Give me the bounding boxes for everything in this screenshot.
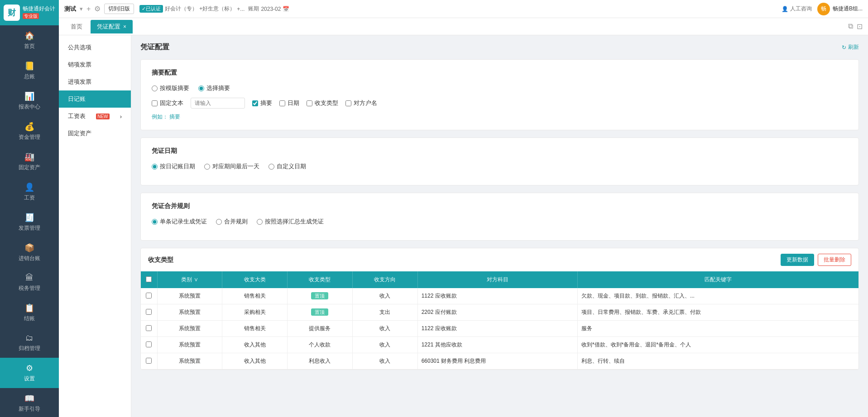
consult-button[interactable]: 👤 人工咨询 <box>782 5 812 13</box>
sidebar-icon: 👤 <box>24 182 34 192</box>
summary-radio-template[interactable]: 按模版摘要 <box>152 84 189 92</box>
summary-section: 摘要配置 按模版摘要 选择摘要 固定文本 <box>140 59 859 130</box>
top-badge[interactable]: 置顶 <box>311 292 328 299</box>
logo-sub: 专业版 <box>23 13 39 19</box>
row-subject: 1122 应收账款 <box>417 288 577 304</box>
row-direction: 收入 <box>352 321 417 337</box>
row-checkbox[interactable] <box>141 353 157 370</box>
table-row: 系统预置 销售相关 置顶 收入 1122 应收账款 欠款、现金、项目款、到款、报… <box>141 288 858 304</box>
top-badge[interactable]: 置顶 <box>311 308 328 316</box>
checkbox-counterpart[interactable]: 对方户名 <box>345 99 377 107</box>
topbar-settings-icon[interactable]: ⚙ <box>94 5 101 13</box>
merge-rule-title: 凭证合并规则 <box>152 202 848 210</box>
fixed-text-input[interactable] <box>191 98 245 109</box>
merge-radio-summary[interactable]: 按照选择汇总生成凭证 <box>257 218 324 226</box>
sidebar-item-报表中心[interactable]: 📊报表中心 <box>0 86 59 116</box>
row-checkbox[interactable] <box>141 321 157 337</box>
left-nav-label: 固定资产 <box>68 129 91 137</box>
row-direction: 收入 <box>352 288 417 304</box>
sidebar-icon: 🧾 <box>24 213 34 223</box>
user-menu[interactable]: 畅 畅捷通B组... <box>817 3 863 15</box>
col-select-all[interactable] <box>141 271 157 288</box>
page-title: 凭证配置 <box>140 43 169 52</box>
sidebar-icon: 🏛 <box>25 273 34 283</box>
left-nav-item-固定资产[interactable]: 固定资产 <box>59 125 131 142</box>
row-category: 系统预置 <box>157 321 222 337</box>
topbar-dropdown-arrow[interactable]: ▾ <box>80 5 83 12</box>
checkbox-date[interactable]: 日期 <box>279 99 299 107</box>
sidebar-item-设置[interactable]: ⚙设置 <box>0 358 59 388</box>
row-sub-type: 置顶 <box>288 304 353 321</box>
row-keywords: 服务 <box>577 321 858 337</box>
left-nav-item-工资表[interactable]: 工资表NEW› <box>59 108 131 125</box>
refresh-button[interactable]: ↻ 刷新 <box>842 43 859 51</box>
page-header: 凭证配置 ↻ 刷新 <box>140 43 859 52</box>
window-maximize-icon[interactable]: ⊡ <box>857 22 863 31</box>
checkbox-fixed-text[interactable]: 固定文本 <box>152 99 183 107</box>
merge-radio-single[interactable]: 单条记录生成凭证 <box>152 218 207 226</box>
tab-close-icon[interactable]: × <box>123 24 126 30</box>
col-sub-type: 收支类型 <box>288 271 353 288</box>
sidebar-label: 总账 <box>24 73 35 81</box>
tab-voucher-config[interactable]: 凭证配置 × <box>91 20 133 33</box>
tab-active-label: 凭证配置 <box>97 23 120 31</box>
window-restore-icon[interactable]: ⧉ <box>848 22 853 31</box>
sidebar-label: 归档管理 <box>19 345 40 352</box>
date-radio-custom[interactable]: 自定义日期 <box>269 162 306 171</box>
sidebar-icon: 📒 <box>24 61 34 71</box>
sidebar-item-税务管理[interactable]: 🏛税务管理 <box>0 268 59 298</box>
sidebar-item-工资[interactable]: 👤工资 <box>0 177 59 207</box>
sidebar-item-固定资产[interactable]: 🏭固定资产 <box>0 147 59 177</box>
sidebar-label: 首页 <box>24 43 35 50</box>
sidebar-item-归档管理[interactable]: 🗂归档管理 <box>0 328 59 358</box>
row-sub-type: 置顶 <box>288 288 353 304</box>
sidebar-label: 资金管理 <box>19 133 40 141</box>
sidebar-label: 进销台账 <box>19 255 40 262</box>
date-radio-last-day[interactable]: 对应期间最后一天 <box>204 162 259 171</box>
example-text: 例如： 摘要 <box>152 113 848 121</box>
left-nav-item-销项发票[interactable]: 销项发票 <box>59 56 131 73</box>
row-sub-type: 个人收款 <box>288 337 353 353</box>
sidebar-item-新手引导[interactable]: 📖新手引导 <box>0 388 59 417</box>
topbar-add-button[interactable]: + <box>86 5 91 13</box>
summary-radio-select[interactable]: 选择摘要 <box>198 84 230 92</box>
row-checkbox[interactable] <box>141 337 157 353</box>
row-checkbox[interactable] <box>141 304 157 321</box>
tabs-row: 首页 凭证配置 × ⧉ ⊡ <box>59 18 868 35</box>
checkbox-summary[interactable]: 摘要 <box>252 99 272 107</box>
update-data-button[interactable]: 更新数据 <box>781 254 814 266</box>
sidebar-item-首页[interactable]: 🏠首页 <box>0 25 59 56</box>
username-label: 畅捷通B组... <box>833 5 863 13</box>
table-row: 系统预置 收入其他 利息收入 收入 660301 财务费用 利息费用 利息、行转… <box>141 353 858 370</box>
tab-home[interactable]: 首页 <box>64 20 89 33</box>
sidebar-item-总账[interactable]: 📒总账 <box>0 56 59 86</box>
voucher-date-title: 凭证日期 <box>152 147 848 155</box>
row-subject: 660301 财务费用 利息费用 <box>417 353 577 370</box>
batch-delete-button[interactable]: 批量删除 <box>818 254 851 266</box>
sidebar-item-进销台账[interactable]: 📦进销台账 <box>0 237 59 268</box>
left-nav-item-进项发票[interactable]: 进项发票 <box>59 73 131 90</box>
merge-radio-rule[interactable]: 合并规则 <box>216 218 248 226</box>
sidebar-icon: ⚙ <box>26 363 33 373</box>
checkbox-income-type[interactable]: 收支类型 <box>307 99 338 107</box>
sidebar-item-结账[interactable]: 📋结账 <box>0 298 59 328</box>
sidebar-label: 设置 <box>24 375 35 383</box>
main-area: 测试 ▾ + ⚙ 切到旧版 ✓已认证 好会计（专） +好生意（标） +... 账… <box>59 0 868 417</box>
date-radio-journal[interactable]: 按日记账日期 <box>152 162 195 171</box>
calendar-icon[interactable]: 📅 <box>283 6 289 12</box>
row-checkbox[interactable] <box>141 288 157 304</box>
topbar-right: 👤 人工咨询 畅 畅捷通B组... <box>782 3 863 15</box>
left-nav-item-日记账[interactable]: 日记账 <box>59 90 131 108</box>
col-subject: 对方科目 <box>417 271 577 288</box>
sidebar-item-发票管理[interactable]: 🧾发票管理 <box>0 207 59 237</box>
switch-version-button[interactable]: 切到旧版 <box>104 4 134 14</box>
row-main-type: 收入其他 <box>222 353 288 370</box>
sidebar-icon: 💰 <box>24 122 34 132</box>
sidebar-label: 新手引导 <box>19 405 40 413</box>
logo-icon: 财 <box>4 5 20 21</box>
example-link[interactable]: 摘要 <box>169 114 180 120</box>
badge-product2: +好生意（标） <box>199 5 235 13</box>
left-nav-item-公共选项[interactable]: 公共选项 <box>59 39 131 56</box>
consult-label: 人工咨询 <box>790 5 812 13</box>
sidebar-item-资金管理[interactable]: 💰资金管理 <box>0 116 59 147</box>
